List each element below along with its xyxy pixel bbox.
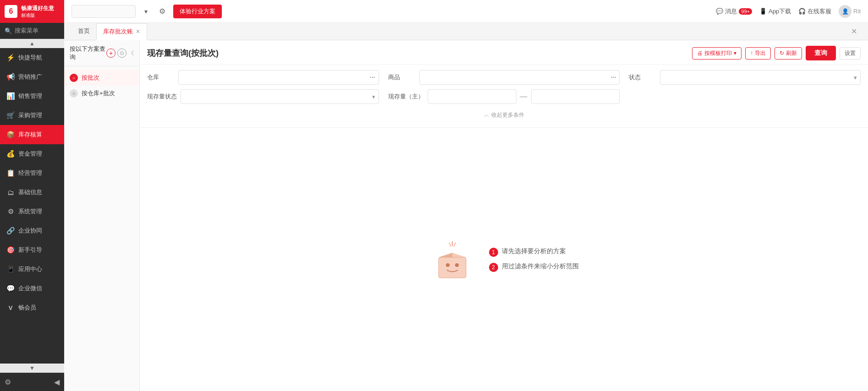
empty-state-icon-wrap	[429, 237, 475, 282]
tab-inventory-batch[interactable]: 库存批次账 ✕	[96, 23, 147, 40]
inventory-status-select-wrap: ▾	[181, 89, 379, 104]
inventory-status-select[interactable]	[181, 89, 379, 104]
sidebar-item-wechat[interactable]: 💬 企业微信	[0, 279, 64, 298]
filter-row-1: 仓库 ··· 商品 ··· 状态	[147, 70, 861, 85]
marketing-icon: 📢	[6, 73, 15, 81]
status-filter-field: 状态 ▾	[629, 70, 861, 85]
sidebar-item-operations[interactable]: 📋 经营管理	[0, 163, 64, 183]
goods-input[interactable]	[419, 70, 620, 85]
goods-more-icon[interactable]: ···	[611, 74, 616, 81]
warehouse-input[interactable]	[178, 70, 379, 85]
page-header: 现存量查询(按批次) 🖨 按模板打印 ▾ ↑ 导出 ↻ 刷新	[140, 40, 868, 65]
topbar-right: 💬 消息 99+ 📱 App下载 🎧 在线客服 👤 Rit	[716, 5, 861, 18]
sidebar-item-newbie[interactable]: 🎯 新手引导	[0, 240, 64, 260]
sidebar-item-system[interactable]: ⚙ 系统管理	[0, 202, 64, 221]
inventory-qty-from-input[interactable]	[428, 89, 516, 104]
app-title-block: 畅康通好生意 标准版	[21, 5, 54, 19]
sidebar-item-inventory[interactable]: 📦 库存核算	[0, 125, 64, 144]
inventory-status-label: 现存量状态	[147, 92, 177, 101]
close-panel-icon[interactable]: ✕	[851, 27, 857, 36]
status-select[interactable]	[660, 70, 861, 85]
svg-marker-1	[439, 253, 452, 257]
settings-button[interactable]: 设置	[840, 47, 861, 60]
sales-icon: 📊	[6, 92, 15, 100]
empty-state-illustration	[429, 237, 475, 282]
sidebar-item-apps[interactable]: 📱 应用中心	[0, 260, 64, 279]
enterprise-icon: 🔗	[6, 227, 15, 235]
sidebar-scroll-down[interactable]: ▼	[0, 364, 64, 373]
sidebar-item-marketing[interactable]: 📢 营销推广	[0, 67, 64, 87]
scheme-inactive-icon: ○	[70, 89, 78, 98]
newbie-icon: 🎯	[6, 246, 15, 254]
user-avatar: 👤	[839, 5, 852, 18]
filter-area: 仓库 ··· 商品 ··· 状态	[140, 65, 868, 128]
collapse-chevron-up-icon: ︿	[484, 111, 489, 119]
sidebar-item-enterprise[interactable]: 🔗 企业协同	[0, 221, 64, 240]
sidebar: 6 畅康通好生意 标准版 🔍 搜索菜单 ▲ ⚡ 快捷导航 📢 营销推广 📊 销售…	[0, 0, 64, 391]
finance-icon: 💰	[6, 150, 15, 158]
export-icon: ↑	[750, 50, 753, 56]
app-download-button[interactable]: 📱 App下载	[759, 7, 791, 16]
page-content: 按以下方案查询 + ⊙ 《 ○ 按批次 ○ 按仓库+批次	[64, 40, 868, 391]
qty-range-dash: —	[520, 92, 527, 101]
topbar-search-input[interactable]	[71, 5, 136, 18]
sidebar-item-vip[interactable]: V 畅会员	[0, 298, 64, 317]
scheme-active-icon: ○	[70, 74, 78, 82]
goods-filter-label: 商品	[388, 73, 416, 81]
sidebar-item-shortcuts[interactable]: ⚡ 快捷导航	[0, 48, 64, 67]
svg-point-4	[446, 263, 450, 267]
sidebar-footer: ⚙ ◀	[0, 373, 64, 391]
sidebar-settings-icon[interactable]: ⚙	[5, 378, 11, 386]
trial-industry-button[interactable]: 体验行业方案	[173, 5, 222, 18]
search-menu-button[interactable]: 🔍 搜索菜单	[5, 27, 60, 35]
left-panel-collapse-button[interactable]: 《	[128, 49, 134, 58]
refresh-button[interactable]: ↻ 刷新	[775, 47, 802, 60]
apps-icon: 📱	[6, 265, 15, 273]
collapse-filter-button[interactable]: ︿ 收起更多条件	[147, 109, 861, 122]
empty-state-text: 1 请先选择要分析的方案 2 用过滤条件来缩小分析范围	[489, 247, 579, 272]
wechat-icon: 💬	[6, 284, 15, 293]
sidebar-item-finance[interactable]: 💰 资金管理	[0, 144, 64, 163]
status-filter-label: 状态	[629, 73, 656, 81]
basic-icon: 🗂	[6, 188, 15, 196]
add-scheme-button[interactable]: +	[106, 49, 115, 58]
shortcuts-icon: ⚡	[6, 54, 15, 62]
status-select-wrap: ▾	[660, 70, 861, 85]
messages-button[interactable]: 💬 消息 99+	[716, 7, 752, 16]
headset-icon: 🎧	[798, 8, 806, 15]
topbar: ▾ ⚙ 体验行业方案 💬 消息 99+ 📱 App下载 🎧 在线客服 👤 Rit	[64, 0, 868, 23]
scheme-item-by-warehouse-batch[interactable]: ○ 按仓库+批次	[64, 86, 139, 101]
svg-marker-2	[452, 253, 466, 257]
print-dropdown-chevron[interactable]: ▾	[734, 50, 736, 56]
app-version: 标准版	[21, 12, 54, 19]
scheme-settings-button[interactable]: ⊙	[117, 49, 126, 58]
tab-home[interactable]: 首页	[71, 23, 96, 40]
purchase-icon: 🛒	[6, 111, 15, 119]
warehouse-filter-field: 仓库 ···	[147, 70, 379, 85]
customer-service-button[interactable]: 🎧 在线客服	[798, 7, 831, 16]
sidebar-scroll-up[interactable]: ▲	[0, 39, 64, 48]
empty-hint-1-num: 1	[489, 248, 498, 257]
scheme-item-by-batch[interactable]: ○ 按批次	[64, 70, 139, 86]
tab-close-icon[interactable]: ✕	[136, 28, 140, 35]
page-header-actions: 🖨 按模板打印 ▾ ↑ 导出 ↻ 刷新 查询 设置	[692, 46, 861, 60]
export-button[interactable]: ↑ 导出	[745, 47, 771, 60]
topbar-dropdown-button[interactable]: ▾	[140, 6, 151, 17]
page-title: 现存量查询(按批次)	[147, 48, 219, 59]
left-panel-header: 按以下方案查询 + ⊙ 《	[64, 40, 139, 66]
sidebar-item-sales[interactable]: 📊 销售管理	[0, 87, 64, 106]
sidebar-search-area[interactable]: 🔍 搜索菜单	[0, 23, 64, 39]
inventory-qty-to-input[interactable]	[531, 89, 620, 104]
print-button[interactable]: 🖨 按模板打印 ▾	[692, 47, 742, 60]
topbar-gear-button[interactable]: ⚙	[156, 5, 169, 18]
warehouse-more-icon[interactable]: ···	[370, 74, 375, 81]
sidebar-item-purchase[interactable]: 🛒 采购管理	[0, 106, 64, 125]
sidebar-collapse-icon[interactable]: ◀	[54, 378, 60, 386]
user-avatar-button[interactable]: 👤 Rit	[839, 5, 861, 18]
inventory-qty-from-wrap	[428, 89, 516, 104]
sidebar-item-basic[interactable]: 🗂 基础信息	[0, 183, 64, 202]
topbar-left: ▾ ⚙ 体验行业方案	[71, 5, 222, 18]
query-button[interactable]: 查询	[806, 46, 836, 60]
left-panel-title: 按以下方案查询	[70, 45, 106, 61]
svg-line-8	[454, 243, 456, 247]
